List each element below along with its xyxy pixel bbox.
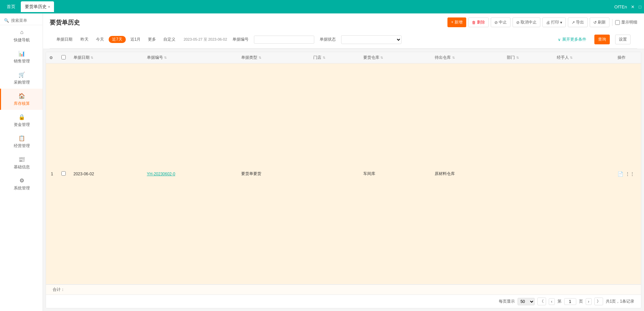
- col-action: 操作: [614, 52, 641, 63]
- sidebar-item-basic-info[interactable]: 📰 基础信息: [0, 152, 43, 173]
- row-doc-type: 要货单要货: [238, 63, 310, 284]
- col-req-warehouse[interactable]: 要货仓库 ⇅: [360, 52, 431, 63]
- sidebar-item-label: 销售管理: [14, 58, 30, 64]
- search-icon: 🔍: [4, 18, 9, 23]
- sidebar-item-system[interactable]: ⚙ 系统管理: [0, 173, 43, 194]
- page-size-label: 每页显示: [499, 299, 515, 304]
- tab-close-icon[interactable]: ×: [48, 5, 50, 9]
- toolbar: + 新增 🗑 删除 ⊘ 中止 ⊘ 取消中止 🖨 打: [447, 17, 637, 27]
- tab-requisition-history[interactable]: 要货单历史 ×: [21, 1, 54, 12]
- row-checkbox[interactable]: [61, 171, 66, 176]
- sort-icon: ⇅: [380, 56, 383, 59]
- sort-icon: ⇅: [516, 56, 519, 59]
- stop-button[interactable]: ⊘ 中止: [491, 17, 511, 27]
- sidebar-item-purchase[interactable]: 🛒 采购管理: [0, 68, 43, 89]
- select-all-checkbox[interactable]: [61, 55, 66, 59]
- cancel-stop-icon: ⊘: [516, 20, 520, 25]
- last-page-button[interactable]: 》: [594, 298, 603, 305]
- print-button[interactable]: 🖨 打印 ▾: [542, 17, 566, 27]
- date-filter-label: 单据日期: [56, 37, 72, 42]
- date-btn-more[interactable]: 更多: [145, 36, 159, 43]
- sidebar-item-label: 基础信息: [14, 164, 30, 170]
- sort-icon: ⇅: [91, 56, 93, 59]
- page-title: 要货单历史: [50, 18, 80, 27]
- sidebar-item-finance[interactable]: 🔒 资金管理: [0, 110, 43, 131]
- col-doc-type[interactable]: 单据类型 ⇅: [238, 52, 310, 63]
- page-input[interactable]: [564, 298, 576, 305]
- chevron-down-icon: ∨: [558, 37, 561, 42]
- table-body: 1 2023-06-02 YH-20230602-0 要货单要货 车间库 原材料…: [46, 63, 641, 284]
- status-label: 单据状态: [320, 37, 336, 42]
- show-detail-checkbox[interactable]: [615, 20, 620, 25]
- prev-page-button[interactable]: ‹: [549, 298, 555, 305]
- system-icon: ⚙: [18, 177, 25, 184]
- toolbar-divider: [612, 19, 612, 26]
- date-btn-7days[interactable]: 近7天: [109, 36, 126, 43]
- search-button[interactable]: 查询: [594, 35, 610, 44]
- close-window-icon[interactable]: ✕: [631, 4, 635, 9]
- basic-info-icon: 📰: [18, 156, 25, 163]
- table-area: ⚙ 单据日期 ⇅ 单据编号 ⇅ 单据类型 ⇅: [46, 52, 641, 308]
- sidebar-item-label: 经营管理: [14, 143, 30, 149]
- delete-icon: 🗑: [472, 20, 476, 25]
- row-store: [310, 63, 360, 284]
- summary-label: 合计：: [53, 287, 65, 292]
- tab-requisition-history-label: 要货单历史: [25, 4, 47, 10]
- row-doc-no[interactable]: YH-20230602-0: [144, 63, 238, 284]
- edit-icon[interactable]: 📄: [618, 171, 623, 177]
- sidebar: 🔍 ⌂ 快捷导航 📊 销售管理 🛒 采购管理 🏠 库存核算 🔒 资金管理 📋 经…: [0, 13, 43, 311]
- date-btn-today[interactable]: 今天: [93, 36, 107, 43]
- purchase-icon: 🛒: [18, 71, 25, 78]
- date-btn-1month[interactable]: 近1月: [128, 36, 144, 43]
- sidebar-search[interactable]: 🔍: [0, 16, 43, 25]
- sidebar-item-sales[interactable]: 📊 销售管理: [0, 46, 43, 68]
- maximize-icon[interactable]: □: [639, 4, 641, 9]
- cancel-stop-button[interactable]: ⊘ 取消中止: [513, 17, 540, 27]
- sidebar-item-label: 系统管理: [14, 185, 30, 191]
- sidebar-item-operations[interactable]: 📋 经营管理: [0, 131, 43, 152]
- page-size-select[interactable]: 50 10 20 100: [518, 298, 535, 305]
- doc-no-input[interactable]: [254, 36, 314, 44]
- col-department[interactable]: 部门 ⇅: [503, 52, 553, 63]
- doc-no-label: 单据编号: [232, 37, 249, 42]
- table-header: ⚙ 单据日期 ⇅ 单据编号 ⇅ 单据类型 ⇅: [46, 52, 641, 63]
- date-btn-custom[interactable]: 自定义: [161, 36, 178, 43]
- table-header-row: ⚙ 单据日期 ⇅ 单据编号 ⇅ 单据类型 ⇅: [46, 52, 641, 63]
- show-detail-label[interactable]: 显示明细: [615, 19, 637, 25]
- col-handler[interactable]: 经手人 ⇅: [553, 52, 614, 63]
- page-label-jun: 第: [557, 299, 561, 304]
- sidebar-item-inventory[interactable]: 🏠 库存核算: [0, 89, 43, 110]
- row-req-warehouse: 车间库: [360, 63, 431, 284]
- expand-conditions-button[interactable]: ∨ 展开更多条件: [558, 37, 586, 42]
- more-icon[interactable]: ⋮⋮: [625, 171, 635, 177]
- export-button[interactable]: ↗ 导出: [568, 17, 588, 27]
- col-settings[interactable]: ⚙: [46, 52, 58, 63]
- main-layout: 🔍 ⌂ 快捷导航 📊 销售管理 🛒 采购管理 🏠 库存核算 🔒 资金管理 📋 经…: [0, 13, 644, 311]
- new-button[interactable]: + 新增: [447, 17, 466, 27]
- date-btn-yesterday[interactable]: 昨天: [78, 36, 91, 43]
- col-doc-no[interactable]: 单据编号 ⇅: [144, 52, 238, 63]
- next-page-button[interactable]: ›: [586, 298, 592, 305]
- status-select[interactable]: [341, 35, 401, 44]
- tab-home[interactable]: 首页: [3, 1, 19, 12]
- sales-icon: 📊: [18, 50, 25, 57]
- refresh-button[interactable]: ↺ 刷新: [590, 17, 609, 27]
- col-date[interactable]: 单据日期 ⇅: [70, 52, 144, 63]
- col-pending-warehouse[interactable]: 待出仓库 ⇅: [431, 52, 503, 63]
- first-page-button[interactable]: 《: [537, 298, 546, 305]
- content-area: 要货单历史 + 新增 🗑 删除 ⊘ 中止 ⊘ 取消中止: [43, 13, 644, 311]
- setting-button[interactable]: 设置: [615, 35, 631, 44]
- row-checkbox-cell[interactable]: [58, 63, 70, 284]
- filter-bar: 单据日期 昨天 今天 近7天 近1月 更多 自定义 2023-05-27 至 2…: [50, 31, 637, 49]
- sidebar-item-quick-nav[interactable]: ⌂ 快捷导航: [0, 25, 43, 46]
- stop-icon: ⊘: [494, 20, 498, 25]
- col-store[interactable]: 门店 ⇅: [310, 52, 360, 63]
- col-checkbox[interactable]: [58, 52, 70, 63]
- search-menu-input[interactable]: [11, 18, 38, 23]
- sidebar-item-label: 采购管理: [14, 80, 30, 85]
- date-options: 昨天 今天 近7天 近1月 更多 自定义: [78, 36, 178, 43]
- top-bar: 首页 要货单历史 × OfTEn ✕ □: [0, 0, 644, 13]
- delete-button[interactable]: 🗑 删除: [468, 17, 489, 27]
- doc-link[interactable]: YH-20230602-0: [147, 172, 175, 176]
- often-label: OfTEn: [614, 4, 627, 9]
